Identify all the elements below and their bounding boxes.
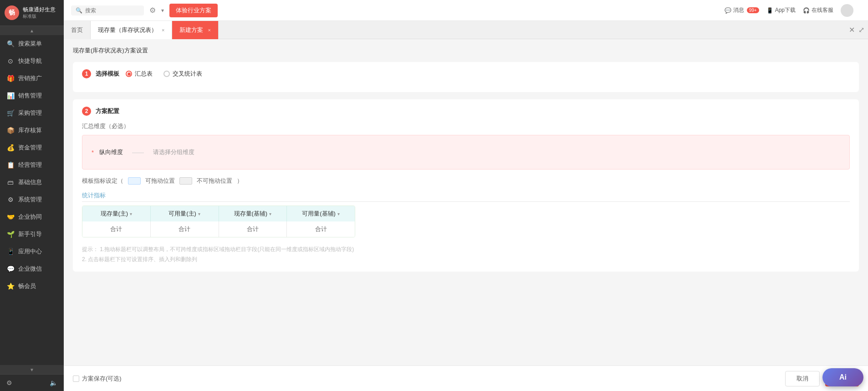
sidebar: 畅 畅康通好生意 标准版 ▲ 🔍 搜索菜单 ⊙ 快捷导航 🎁 营销推广 📊 销售… <box>0 0 64 391</box>
online-service-label: 在线客服 <box>812 6 833 14</box>
stats-table: 现存量(主) ▾ 可用量(主) ▾ 现存量(基辅) ▾ 可用量(基辅) ▾ <box>82 206 355 237</box>
ai-float-button[interactable]: Ai <box>822 368 863 386</box>
expand-icon[interactable]: ⤢ <box>858 26 864 34</box>
save-checkbox[interactable] <box>73 376 79 382</box>
user-avatar[interactable] <box>841 4 853 17</box>
sidebar-item-coop[interactable]: 🤝 企业协同 <box>0 208 64 226</box>
search-input[interactable] <box>85 7 135 14</box>
col-2-dropdown-icon: ▾ <box>269 211 271 216</box>
topbar-right: 💬 消息 99+ 📱 App下载 🎧 在线客服 <box>725 4 861 17</box>
sidebar-scroll-up[interactable]: ▲ <box>0 26 64 35</box>
database-icon: 🗃 <box>6 178 15 186</box>
gear-icon: ⚙ <box>6 196 15 204</box>
app-download-group[interactable]: 📱 App下载 <box>766 6 796 14</box>
cancel-button[interactable]: 取消 <box>785 371 820 386</box>
tab-new-scheme-close-icon[interactable]: × <box>208 27 210 33</box>
close-window-icon[interactable]: ✕ <box>849 26 855 34</box>
sidebar-item-finance[interactable]: 💰 资金管理 <box>0 139 64 156</box>
stats-cell-0-2: 合计 <box>219 221 287 237</box>
sidebar-item-label: 畅会员 <box>18 282 36 290</box>
stats-section-label: 统计指标 <box>82 191 850 202</box>
phone-icon: 📱 <box>766 7 773 14</box>
box-icon: 📦 <box>6 126 15 134</box>
sidebar-item-nav[interactable]: ⊙ 快捷导航 <box>0 52 64 70</box>
section-scheme-config: 2 方案配置 汇总维度（必选） * 纵向维度 —— 请选择分组维度 模板指标设定… <box>73 99 859 272</box>
logo-title: 畅康通好生意 <box>23 6 56 14</box>
dropdown-icon[interactable]: ▾ <box>161 7 164 14</box>
gift-icon: 🎁 <box>6 74 15 82</box>
sidebar-item-marketing[interactable]: 🎁 营销推广 <box>0 70 64 87</box>
settings-bottom-icon[interactable]: ⚙ <box>6 379 12 386</box>
stats-col-0[interactable]: 现存量(主) ▾ <box>82 206 151 221</box>
sidebar-item-label: 营销推广 <box>18 74 42 82</box>
topbar: 🔍 ⚙ ▾ 体验行业方案 💬 消息 99+ 📱 App下载 🎧 在线客服 <box>64 0 868 21</box>
headset-icon: 🎧 <box>803 7 810 14</box>
tab-inventory-close-icon[interactable]: × <box>162 27 164 33</box>
handshake-icon: 🤝 <box>6 213 15 221</box>
section1-header: 1 选择模板 汇总表 交叉统计表 <box>82 69 850 78</box>
tab-inventory-status[interactable]: 现存量（库存状况表） × <box>91 21 172 39</box>
page-title: 现存量(库存状况表)方案设置 <box>73 46 859 55</box>
sidebar-item-label: 库存核算 <box>18 126 42 134</box>
online-service-group[interactable]: 🎧 在线客服 <box>803 6 833 14</box>
section-select-template: 1 选择模板 汇总表 交叉统计表 <box>73 62 859 92</box>
stats-cell-0-0: 合计 <box>82 221 151 237</box>
sidebar-item-sales[interactable]: 📊 销售管理 <box>0 87 64 104</box>
stats-col-1-label: 可用量(主) <box>168 210 196 218</box>
sprout-icon: 🌱 <box>6 230 15 238</box>
nav-icon: ⊙ <box>6 57 15 65</box>
chat-icon: 💬 <box>6 265 15 273</box>
dim-separator: —— <box>132 149 144 156</box>
tip-1: 提示： 1.拖动标题栏可以调整布局，不可跨维度或指标区域拖动栏目字段(只能在同一… <box>82 245 850 255</box>
stats-col-3[interactable]: 可用量(基辅) ▾ <box>287 206 355 221</box>
tip-2: 2. 点击标题栏下拉可设置排序、插入列和删除列 <box>82 255 850 265</box>
search-bar[interactable]: 🔍 <box>71 5 144 15</box>
sidebar-item-inventory[interactable]: 📦 库存核算 <box>0 122 64 139</box>
tab-inventory-status-label: 现存量（库存状况表） <box>98 26 157 34</box>
radio-summary[interactable]: 汇总表 <box>126 70 153 78</box>
sidebar-item-system[interactable]: ⚙ 系统管理 <box>0 191 64 208</box>
main-content: 🔍 ⚙ ▾ 体验行业方案 💬 消息 99+ 📱 App下载 🎧 在线客服 <box>64 0 868 391</box>
page-content: 现存量(库存状况表)方案设置 1 选择模板 汇总表 交叉统计表 <box>64 39 868 365</box>
sidebar-item-label: 资金管理 <box>18 144 42 152</box>
dim-label: 纵向维度 <box>99 148 123 156</box>
save-option[interactable]: 方案保存(可选) <box>73 375 122 383</box>
tab-new-scheme[interactable]: 新建方案 × <box>172 21 218 39</box>
app-download-label: App下载 <box>775 6 796 14</box>
sidebar-item-label: 企业协同 <box>18 213 42 221</box>
dimension-area[interactable]: * 纵向维度 —— 请选择分组维度 <box>82 135 850 170</box>
sidebar-item-operation[interactable]: 📋 经营管理 <box>0 156 64 174</box>
stats-col-1[interactable]: 可用量(主) ▾ <box>151 206 219 221</box>
stats-col-3-label: 可用量(基辅) <box>302 210 336 218</box>
template-indicator-prefix: 模板指标设定（ <box>82 177 123 185</box>
search-icon: 🔍 <box>76 7 82 14</box>
sidebar-item-wechat[interactable]: 💬 企业微信 <box>0 260 64 278</box>
required-mark: * <box>92 149 94 156</box>
sidebar-item-search[interactable]: 🔍 搜索菜单 <box>0 35 64 52</box>
radio-cross[interactable]: 交叉统计表 <box>163 70 202 78</box>
tab-home[interactable]: 首页 <box>64 21 91 39</box>
col-0-dropdown-icon: ▾ <box>130 211 132 216</box>
chart-icon: 📊 <box>6 92 15 100</box>
logo-sub: 标准版 <box>23 13 56 20</box>
messages-group[interactable]: 💬 消息 99+ <box>725 6 759 14</box>
dim-placeholder: 请选择分组维度 <box>153 148 194 156</box>
sidebar-item-guide[interactable]: 🌱 新手引导 <box>0 226 64 243</box>
industry-btn[interactable]: 体验行业方案 <box>169 4 218 17</box>
sidebar-item-basic[interactable]: 🗃 基础信息 <box>0 174 64 191</box>
stats-data-row-0: 合计 合计 合计 合计 <box>82 221 355 237</box>
sidebar-item-label: 快捷导航 <box>18 57 42 65</box>
step1-badge: 1 <box>82 69 91 78</box>
section2-header: 2 方案配置 <box>82 107 850 116</box>
stats-col-2[interactable]: 现存量(基辅) ▾ <box>219 206 287 221</box>
sidebar-item-label: 系统管理 <box>18 196 42 204</box>
sidebar-item-vip[interactable]: ⭐ 畅会员 <box>0 278 64 295</box>
radio-cross-circle <box>163 71 170 77</box>
sidebar-item-purchase[interactable]: 🛒 采购管理 <box>0 104 64 122</box>
settings-icon[interactable]: ⚙ <box>149 6 156 15</box>
sidebar-item-apps[interactable]: 📱 应用中心 <box>0 243 64 260</box>
col-3-dropdown-icon: ▾ <box>337 211 340 216</box>
sidebar-scroll-down[interactable]: ▼ <box>0 365 64 374</box>
sidebar-item-label: 搜索菜单 <box>18 40 42 48</box>
speaker-icon[interactable]: 🔈 <box>50 379 57 386</box>
